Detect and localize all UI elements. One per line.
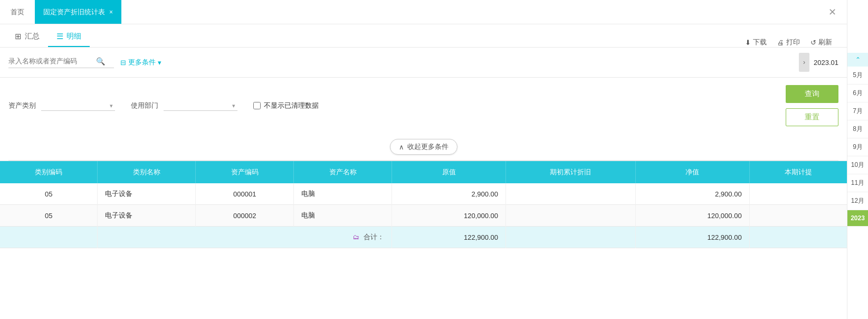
right-sidebar: ⌃ 5月 6月 7月 8月 9月 10月 11月 12月 2023 [847,0,868,319]
detail-icon: ☰ [56,32,63,41]
col-category-code: 类别编码 [0,161,98,183]
col-asset-code: 资产编码 [196,161,294,183]
print-button[interactable]: 🖨 打印 [777,37,800,47]
asset-category-label: 资产类别 [8,101,36,110]
hide-cleared-checkbox-item[interactable]: 不显示已清理数据 [253,101,319,110]
month-item-5[interactable]: 5月 [847,67,868,85]
col-accumulated-depreciation: 期初累计折旧 [506,161,636,183]
cell-asset-name: 电脑 [294,205,392,227]
filter-bar: 🔍 ⊟ 更多条件 ▾ › 2023.01 [0,48,847,78]
department-filter: 使用部门 [131,100,237,111]
toolbar-right: ⬇ 下载 🖨 打印 ↺ 刷新 [745,37,841,47]
total-net-value: 122,900.00 [635,227,749,248]
col-net-value: 净值 [635,161,749,183]
window-close-button[interactable]: ✕ [818,0,847,24]
hide-cleared-label: 不显示已清理数据 [264,101,319,110]
month-item-12[interactable]: 12月 [847,192,868,210]
download-icon: ⬇ [745,39,751,46]
cell-accumulated-depreciation [506,183,636,205]
total-label-cell: 🗂 合计： [98,227,392,248]
chevron-down-icon: ▾ [158,59,161,67]
refresh-label: 刷新 [818,37,832,47]
asset-category-filter: 资产类别 [8,100,115,111]
nav-tab-close-icon[interactable]: × [109,8,113,16]
action-buttons: 查询 重置 [786,85,838,126]
month-item-9[interactable]: 9月 [847,138,868,156]
advanced-filter: 资产类别 使用部门 不显示已清理数据 [0,78,847,161]
filter-icon: ⊟ [120,59,126,67]
nav-tab-label: 固定资产折旧统计表 [43,7,105,17]
more-conditions-label: 更多条件 [128,58,156,67]
print-label: 打印 [786,37,800,47]
collapse-bar: ∧ 收起更多条件 [8,134,838,161]
month-item-6[interactable]: 6月 [847,85,868,102]
search-icon: 🔍 [96,57,105,65]
col-category-name: 类别名称 [98,161,196,183]
more-conditions-button[interactable]: ⊟ 更多条件 ▾ [120,58,161,67]
table-row: 05 电子设备 000002 电脑 120,000.00 120,000.00 [0,205,847,227]
total-current-depreciation [749,227,847,248]
table-header-row: 类别编码 类别名称 资产编码 资产名称 原值 期初累计折旧 净值 本期计提 [0,161,847,183]
total-label: 合计： [364,233,384,241]
cell-asset-code: 000002 [196,205,294,227]
query-button[interactable]: 查询 [786,85,838,103]
month-item-8[interactable]: 8月 [847,120,868,138]
tab-summary-label: 汇总 [25,32,40,41]
refresh-icon: ↺ [810,39,816,46]
department-select-wrapper [164,100,237,111]
month-item-2023[interactable]: 2023 [847,210,868,227]
cell-current-depreciation [749,183,847,205]
col-original-value: 原值 [392,161,506,183]
hide-cleared-checkbox[interactable] [253,102,261,109]
cell-accumulated-depreciation [506,205,636,227]
reset-button[interactable]: 重置 [786,108,838,126]
table-row: 05 电子设备 000001 电脑 2,900.00 2,900.00 [0,183,847,205]
table-container: 类别编码 类别名称 资产编码 资产名称 原值 期初累计折旧 净值 本期计提 05… [0,161,847,319]
total-row: 🗂 合计： 122,900.00 122,900.00 [0,227,847,248]
collapse-icon: ∧ [399,143,404,151]
total-original-value: 122,900.00 [392,227,506,248]
cell-category-name: 电子设备 [98,183,196,205]
scroll-up-button[interactable]: ⌃ [847,53,868,67]
cell-original-value: 120,000.00 [392,205,506,227]
top-nav: 首页 固定资产折旧统计表 × ✕ [0,0,847,24]
cell-category-name: 电子设备 [98,205,196,227]
cell-net-value: 2,900.00 [635,183,749,205]
total-icon: 🗂 [353,233,359,241]
month-item-11[interactable]: 11月 [847,174,868,192]
expand-arrow-button[interactable]: › [799,53,809,72]
sub-tabs-bar: ⊞ 汇总 ☰ 明细 ⬇ 下载 🖨 打印 ↺ 刷新 [0,24,847,48]
summary-icon: ⊞ [15,32,22,41]
print-icon: 🖨 [777,39,784,46]
cell-original-value: 2,900.00 [392,183,506,205]
refresh-button[interactable]: ↺ 刷新 [810,37,832,47]
filter-row: 资产类别 使用部门 不显示已清理数据 [8,85,838,126]
cell-category-code: 05 [0,183,98,205]
tab-detail-label: 明细 [66,32,81,41]
department-select[interactable] [164,100,237,111]
month-item-7[interactable]: 7月 [847,102,868,120]
month-item-10[interactable]: 10月 [847,156,868,174]
col-asset-name: 资产名称 [294,161,392,183]
total-icon-cell [0,227,98,248]
collapse-label: 收起更多条件 [407,142,449,152]
search-input[interactable] [8,57,93,65]
asset-category-select[interactable] [41,100,115,111]
cell-asset-code: 000001 [196,183,294,205]
download-button[interactable]: ⬇ 下载 [745,37,767,47]
nav-tab-fixed-assets[interactable]: 固定资产折旧统计表 × [35,0,121,24]
cell-category-code: 05 [0,205,98,227]
total-accumulated-depreciation [506,227,636,248]
collapse-button[interactable]: ∧ 收起更多条件 [390,139,457,155]
department-label: 使用部门 [131,101,158,110]
download-label: 下载 [753,37,767,47]
tab-detail[interactable]: ☰ 明细 [48,27,90,47]
cell-asset-name: 电脑 [294,183,392,205]
cell-net-value: 120,000.00 [635,205,749,227]
data-table: 类别编码 类别名称 资产编码 资产名称 原值 期初累计折旧 净值 本期计提 05… [0,161,847,248]
search-wrapper: 🔍 [8,57,114,68]
nav-home[interactable]: 首页 [0,7,35,17]
tab-summary[interactable]: ⊞ 汇总 [6,27,48,47]
cell-current-depreciation [749,205,847,227]
asset-category-select-wrapper [41,100,115,111]
